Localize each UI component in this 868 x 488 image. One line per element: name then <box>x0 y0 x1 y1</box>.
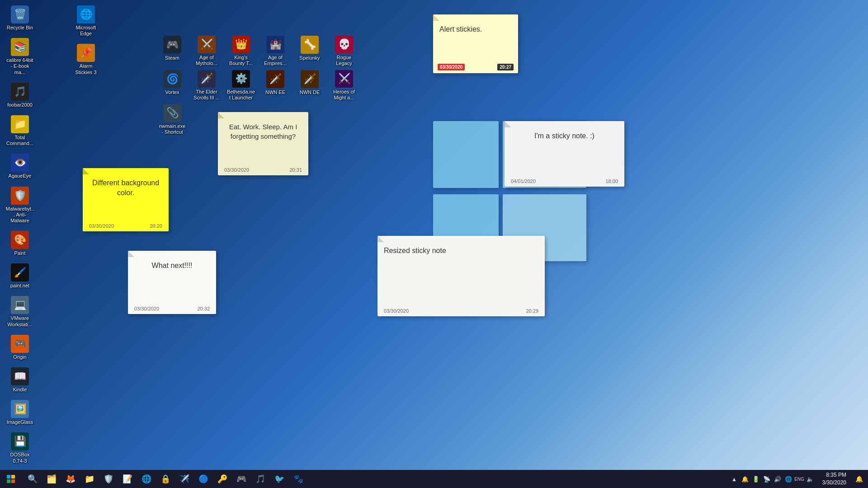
icon-heroes-might[interactable]: ⚔️ Heroes of Might a... <box>328 68 360 103</box>
icon-nwnee[interactable]: 🗡️ NWN EE <box>259 68 292 103</box>
taskbar: 🔍 🗂️ 🦊 📁 🛡️ 📝 🌐 🔒 ✈️ 🔵 🔑 🎮 🎵 🐦 🐾 ▲ 🔔 🔋 📡… <box>0 470 868 488</box>
taskbar-taskview[interactable]: 🗂️ <box>42 470 61 488</box>
icon-malwarebytes[interactable]: 🛡️ Malwarebyt... Anti-Malware <box>4 185 36 226</box>
icon-rogue-legacy[interactable]: 💀 Rogue Legacy <box>328 34 360 68</box>
icon-nwnde[interactable]: 🗡️ NWN DE <box>293 68 326 103</box>
sticky-yellow[interactable]: Different background color. 03/30/2020 2… <box>83 168 169 231</box>
tray-arrow[interactable]: ▲ <box>730 474 739 483</box>
icon-foobar2000[interactable]: 🎵 foobar2000 <box>4 81 36 110</box>
taskbar-word[interactable]: 📝 <box>118 470 137 488</box>
icon-alarmstickies[interactable]: 📌 Alarm Stickies 3 <box>70 42 102 77</box>
sticky-resized-text: Resized sticky note <box>384 246 538 256</box>
sticky-blue-topleft[interactable] <box>433 121 499 188</box>
icon-vortex[interactable]: 🌀 Vortex <box>156 68 189 103</box>
svg-rect-2 <box>7 479 10 483</box>
taskbar-notification[interactable]: 🔔 <box>850 470 868 488</box>
svg-rect-1 <box>11 475 15 479</box>
start-button[interactable] <box>0 470 22 488</box>
sticky-corner-fold-2 <box>505 121 511 127</box>
icon-age-empires[interactable]: 🏰 Age of Empires... <box>259 34 292 68</box>
sticky-resized[interactable]: Resized sticky note 03/30/2020 20:29 <box>377 236 545 316</box>
icon-paintnet[interactable]: 🖌️ paint.net <box>4 262 36 291</box>
taskbar-ie[interactable]: 🌐 <box>137 470 156 488</box>
taskbar-clock[interactable]: 8:35 PM 3/30/2020 <box>818 471 850 487</box>
sticky-yellow-footer: 03/30/2020 20:20 <box>89 223 162 229</box>
sticky-corner-fold-6 <box>377 236 384 242</box>
sticky-corner-fold-3 <box>218 112 224 118</box>
taskbar-edge[interactable]: 🔵 <box>194 470 212 488</box>
icon-kings-bounty[interactable]: 👑 King's Bounty T... <box>225 34 257 68</box>
icon-calibre[interactable]: 📚 calibre 64bit - E-book ma... <box>4 36 36 77</box>
sticky-what-next-footer: 03/30/2020 20:32 <box>134 306 210 311</box>
taskbar-extra[interactable]: 🐾 <box>289 470 307 488</box>
tray-network[interactable]: 🌐 <box>784 474 793 483</box>
sticky-im-footer: 04/01/2020 18:00 <box>511 178 618 184</box>
taskbar-keepass[interactable]: 🔑 <box>213 470 231 488</box>
icon-dosbox[interactable]: 💾 DOSBox 0.74-3 <box>4 431 36 465</box>
icon-bethesda[interactable]: ⚙️ Bethesda.net Launcher <box>225 68 257 103</box>
taskbar-malware[interactable]: 🛡️ <box>99 470 118 488</box>
taskbar-search[interactable]: 🔍 <box>24 470 42 488</box>
icon-paint[interactable]: 🎨 Paint <box>4 229 36 258</box>
sticky-what-next[interactable]: What next!!!! 03/30/2020 20:32 <box>128 251 216 314</box>
icon-origin[interactable]: 🎮 Origin <box>4 333 36 362</box>
sticky-eat-footer: 03/30/2020 20:31 <box>224 167 302 173</box>
icon-total-commander[interactable]: 📁 Total Command... <box>4 113 36 148</box>
tray-volume[interactable]: 🔈 <box>806 474 815 483</box>
taskbar-tray: ▲ 🔔 🔋 📡 🔊 🌐 ENG 🔈 <box>726 470 818 488</box>
sticky-alert[interactable]: Alert stickies. 03/30/2020 20:27 <box>433 14 518 73</box>
sticky-resized-footer: 03/30/2020 20:29 <box>384 308 538 314</box>
sticky-alert-footer: 03/30/2020 20:27 <box>438 64 514 70</box>
svg-rect-3 <box>11 479 15 483</box>
taskbar-telegram[interactable]: ✈️ <box>175 470 193 488</box>
icon-agaueeye[interactable]: 👁️ AgaueEye <box>4 152 36 181</box>
icon-spelunky[interactable]: 🦴 Spelunky <box>293 34 326 68</box>
icon-recycle-bin[interactable]: 🗑️ Recycle Bin <box>4 4 36 33</box>
tray-icon-4[interactable]: 🔊 <box>773 474 782 483</box>
taskbar-steam-tb[interactable]: 🎮 <box>232 470 250 488</box>
tray-lang[interactable]: ENG <box>795 474 804 483</box>
taskbar-pinned-items: 🔍 🗂️ 🦊 📁 🛡️ 📝 🌐 🔒 ✈️ 🔵 🔑 🎮 🎵 🐦 🐾 <box>22 470 726 488</box>
taskbar-firefox[interactable]: 🦊 <box>61 470 80 488</box>
taskbar-lock[interactable]: 🔒 <box>156 470 175 488</box>
icon-elder-scrolls[interactable]: 🗡️ The Elder Scrolls III ... <box>190 68 223 103</box>
sticky-corner-fold-5 <box>128 251 134 257</box>
taskbar-bird[interactable]: 🐦 <box>270 470 288 488</box>
tray-icon-3[interactable]: 📡 <box>762 474 771 483</box>
desktop: 🗑️ Recycle Bin 📚 calibre 64bit - E-book … <box>0 0 868 470</box>
sticky-im-sticky[interactable]: I'm a sticky note. :) 04/01/2020 18:00 <box>505 121 624 187</box>
sticky-eat-text: Eat. Work. Sleep. Am I forgetting someth… <box>224 122 302 141</box>
icon-kindle[interactable]: 📖 Kindle <box>4 366 36 394</box>
icon-nwmain[interactable]: 📎 nwmain.exe - Shortcut <box>156 103 189 137</box>
icon-vmware[interactable]: 💻 VMware Workstati... <box>4 294 36 329</box>
sticky-what-next-text: What next!!!! <box>134 261 210 271</box>
icon-age-mythology[interactable]: ⚔️ Age of Mytholo... <box>190 34 223 68</box>
sticky-yellow-text: Different background color. <box>89 178 162 198</box>
tray-icon-2[interactable]: 🔋 <box>751 474 760 483</box>
sticky-im-text: I'm a sticky note. :) <box>511 131 618 141</box>
icon-msedge[interactable]: 🌐 Microsoft Edge <box>70 4 102 38</box>
desktop-icon-area: 🗑️ Recycle Bin 📚 calibre 64bit - E-book … <box>0 0 136 470</box>
sticky-alert-text: Alert stickies. <box>439 24 512 34</box>
tray-icon-1[interactable]: 🔔 <box>741 474 750 483</box>
icon-steam[interactable]: 🎮 Steam <box>156 34 189 68</box>
sticky-eat-work-sleep[interactable]: Eat. Work. Sleep. Am I forgetting someth… <box>218 112 308 175</box>
taskbar-explorer[interactable]: 📁 <box>80 470 99 488</box>
taskbar-vlc[interactable]: 🎵 <box>251 470 269 488</box>
sticky-corner-fold-4 <box>83 168 89 174</box>
svg-rect-0 <box>7 475 10 479</box>
icon-imageglass[interactable]: 🖼️ ImageGlass <box>4 398 36 427</box>
sticky-corner-fold <box>433 14 439 21</box>
